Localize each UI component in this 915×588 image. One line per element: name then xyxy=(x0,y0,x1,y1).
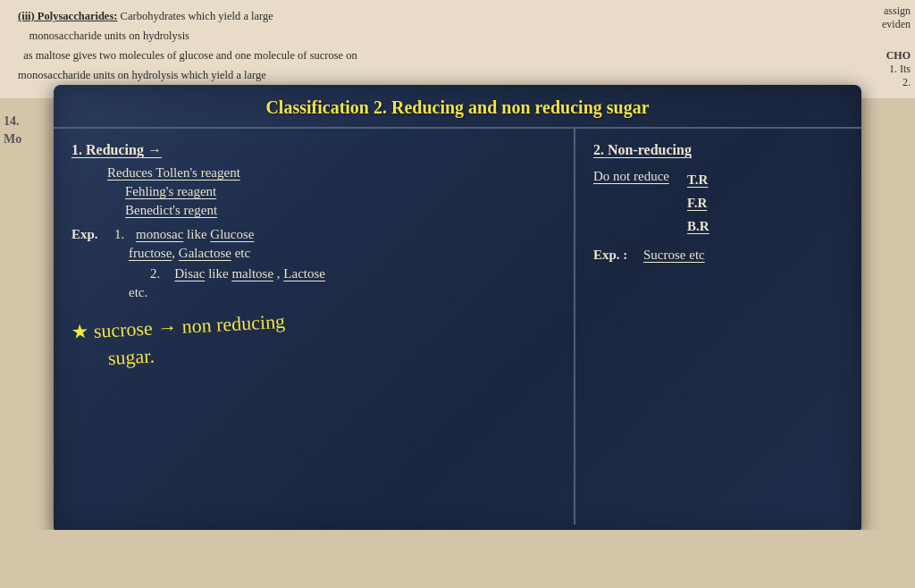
exp-num-2: 2. xyxy=(114,266,160,281)
exp-etc: etc. xyxy=(71,285,556,300)
exp-fructose: fructose, Galactose etc xyxy=(129,246,250,261)
left-margin-mo: Mo xyxy=(4,132,55,147)
item-benedict: Benedict's regent xyxy=(71,203,556,218)
exp-num-1: 1. xyxy=(114,227,129,242)
left-column: 1. Reducing → Reduces Tollen's reagent F… xyxy=(54,129,575,525)
reagent-tr: T.R xyxy=(687,169,709,190)
right-margin-eviden: eviden xyxy=(848,18,911,31)
top-paper-content: (iii) Polysaccharides: Carbohydrates whi… xyxy=(0,0,915,98)
exp-continuation-1: fructose, Galactose etc xyxy=(71,246,556,261)
exp-line-1: Exp. 1. monosac like Glucose xyxy=(71,227,556,242)
exp-text-1: monosac like Glucose xyxy=(136,227,254,242)
exp-label: Exp. xyxy=(71,227,107,242)
reagent-br: B.R xyxy=(687,215,709,237)
bottom-paper xyxy=(0,530,915,588)
top-line-4: monosaccharide units on hydrolysis which… xyxy=(18,66,897,84)
exp-section: Exp. 1. monosac like Glucose fructose, G… xyxy=(71,227,556,300)
reducing-heading: 1. Reducing → xyxy=(71,142,556,158)
hw-star: ★ xyxy=(71,320,89,343)
top-line-1: (iii) Polysaccharides: Carbohydrates whi… xyxy=(18,7,897,25)
right-margin-1: 1. Its xyxy=(848,63,911,76)
hw-line2: sugar. xyxy=(71,344,155,371)
top-line-2: monosaccharide units on hydrolysis xyxy=(18,27,897,45)
exp-etc-text: etc. xyxy=(129,285,147,300)
item-fehling: Fehling's reagent xyxy=(71,184,556,199)
non-reducing-heading: 2. Non-reducing xyxy=(593,142,844,158)
hw-line1: sucrose → non reducing xyxy=(93,310,285,342)
screen-content: 1. Reducing → Reduces Tollen's reagent F… xyxy=(54,129,861,525)
exp-right: Exp. : Sucrose etc xyxy=(593,248,844,263)
exp-right-sucrose: Sucrose etc xyxy=(643,248,705,263)
reagents-stack: T.R F.R B.R xyxy=(687,169,709,237)
handwritten-note: ★ sucrose → non reducing sugar. xyxy=(71,307,323,374)
left-margin: 14. Mo xyxy=(0,98,58,154)
exp-right-line: Exp. : Sucrose etc xyxy=(593,248,844,263)
do-not-reduce-row: Do not reduce T.R F.R B.R xyxy=(593,169,844,237)
left-margin-14: 14. xyxy=(4,114,55,129)
blackboard-screen: Classification 2. Reducing and non reduc… xyxy=(54,85,861,534)
reagent-fr: F.R xyxy=(687,192,709,214)
top-text-bold: (iii) Polysaccharides: Carbohydrates whi… xyxy=(18,10,273,22)
item-tollens: Reduces Tollen's reagent xyxy=(71,165,556,181)
top-line-3: as maltose gives two molecules of glucos… xyxy=(18,46,897,64)
right-margin-cho: CHO xyxy=(848,49,911,63)
exp-right-label: Exp. : xyxy=(593,248,629,263)
do-not-reduce-text: Do not reduce xyxy=(593,169,669,184)
exp-line-2: 2. Disac like maltose , Lactose xyxy=(71,266,556,281)
right-margin-assign: assign xyxy=(848,4,911,18)
right-column: 2. Non-reducing Do not reduce T.R F.R B.… xyxy=(575,129,861,525)
exp-text-2: Disac like maltose , Lactose xyxy=(167,266,325,281)
screen-title: Classification 2. Reducing and non reduc… xyxy=(54,85,861,129)
